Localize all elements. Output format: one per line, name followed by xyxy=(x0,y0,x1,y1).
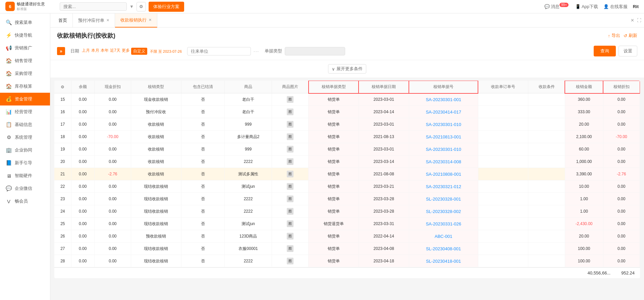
sidebar-item-quick-nav[interactable]: ⚡ 快捷导航 xyxy=(0,29,50,42)
cell-no: 16 xyxy=(54,106,71,118)
online-service-button[interactable]: 👤 在线客服 xyxy=(603,4,628,10)
sidebar-item-search-menu[interactable]: 🔍 搜索菜单 xyxy=(0,16,50,29)
cell-verify-bill-no[interactable]: SL-20230418-001 xyxy=(409,255,478,267)
cell-receipt-condition xyxy=(528,180,565,193)
cell-verify-type: 收款核销 xyxy=(131,168,181,180)
expand-more-button[interactable]: ∨ 展开更多条件 xyxy=(328,64,366,74)
filter-expand-button[interactable]: » xyxy=(57,47,65,55)
sidebar-item-basic[interactable]: 📋 基础信息 xyxy=(0,118,50,131)
sidebar-item-system[interactable]: ⚙ 系统管理 xyxy=(0,131,50,144)
query-button[interactable]: 查询 xyxy=(594,46,616,56)
col-verify-amount: 核销金额 xyxy=(565,81,603,93)
tab-receipt-exec-close[interactable]: ✕ xyxy=(149,18,152,22)
sidebar-item-corp[interactable]: 🏢 企业协同 xyxy=(0,144,50,157)
app-download-button[interactable]: 📱 App下载 xyxy=(575,4,598,10)
cell-verify-bill-no[interactable]: SA-20230321-012 xyxy=(409,180,478,193)
col-setting: ⚙ xyxy=(54,81,71,93)
cell-verify-bill-no[interactable]: SA-20230301-010 xyxy=(409,143,478,156)
tab-maximize-icon[interactable]: ⛶ xyxy=(637,18,641,23)
sidebar-item-sales[interactable]: 🏠 销售管理 xyxy=(0,54,50,67)
trial-button[interactable]: 体验行业方案 xyxy=(149,2,184,12)
sidebar-item-wechat[interactable]: 💬 企业微信 xyxy=(0,182,50,195)
cell-verify-bill-date: 2021-08-08 xyxy=(359,168,409,180)
cell-verify-bill-type: 销货单 xyxy=(309,180,359,193)
bill-type-select[interactable] xyxy=(285,47,345,55)
sidebar-item-marketing[interactable]: 📢 营销推广 xyxy=(0,42,50,54)
sidebar-item-purchase[interactable]: 🏠 采购管理 xyxy=(0,67,50,80)
dropdown-arrow-icon[interactable]: ▼ xyxy=(129,4,134,9)
cell-goods-img: 图 xyxy=(272,93,308,106)
cell-balance: 0.00 xyxy=(71,168,94,180)
cell-receipt-condition xyxy=(528,243,565,255)
tab-home[interactable]: 首页 xyxy=(53,13,73,28)
cell-verify-bill-no[interactable]: SL-20230328-001 xyxy=(409,193,478,205)
date-7days[interactable]: 近7天 xyxy=(110,48,120,55)
cell-receipt-condition xyxy=(528,156,565,168)
date-curr-year[interactable]: 本年 xyxy=(101,48,109,55)
table-row: 23 0.00 0.00 现结收款核销 否 2222 图 销货单 2023-03… xyxy=(54,193,640,205)
cell-verify-type: 预付冲应收 xyxy=(131,106,181,118)
date-prev-month[interactable]: 上月 xyxy=(82,48,90,55)
cell-include-settled: 否 xyxy=(181,118,225,131)
messages-button[interactable]: 💬 消息 99+ xyxy=(544,4,570,10)
settings-button[interactable]: 设置 xyxy=(619,46,637,56)
cell-verify-bill-type: 销货单 xyxy=(309,168,359,180)
filter-date-group: 日期 上月 本月 本年 近7天 更多 自定义 不限 至 2023-07-26 xyxy=(70,48,182,55)
sidebar-item-guide[interactable]: 📘 新手引导 xyxy=(0,157,50,169)
finance-icon: 💰 xyxy=(5,96,12,102)
cell-receipt-order-no xyxy=(478,106,528,118)
cell-verify-bill-no[interactable]: SA-20230301-010 xyxy=(409,118,478,131)
cell-receipt-order-no xyxy=(478,143,528,156)
sidebar-item-hardware[interactable]: 🖥 智能硬件 xyxy=(0,169,50,182)
cell-no: 28 xyxy=(54,255,71,267)
footer-verify-amount: 40,556,66... xyxy=(588,270,611,275)
cell-goods: 多计量商品2 xyxy=(225,131,272,143)
cell-verify-bill-date: 2022-04-14 xyxy=(359,230,409,243)
cell-verify-bill-no[interactable]: SL-20230328-002 xyxy=(409,205,478,218)
cell-verify-bill-no[interactable]: SA-20230331-026 xyxy=(409,218,478,230)
expand-more-chevron-icon: ∨ xyxy=(332,67,335,72)
sidebar-item-inventory[interactable]: 🏠 库存核算 xyxy=(0,80,50,93)
cell-verify-bill-no[interactable]: SA-20230414-017 xyxy=(409,106,478,118)
date-curr-month[interactable]: 本月 xyxy=(91,48,99,55)
cell-verify-bill-no[interactable]: SA-20210813-001 xyxy=(409,131,478,143)
cell-verify-bill-no[interactable]: SL-20230408-001 xyxy=(409,243,478,255)
cell-verify-type: 收款核销 xyxy=(131,156,181,168)
cell-verify-amount: 2,100.00 xyxy=(565,131,603,143)
cell-verify-bill-no[interactable]: SA-20230314-008 xyxy=(409,156,478,168)
sidebar-item-finance[interactable]: 💰 资金管理 xyxy=(0,93,50,105)
cell-verify-type: 现结收款核销 xyxy=(131,180,181,193)
search-menu-icon: 🔍 xyxy=(5,19,12,26)
col-verify-discount: 核销折扣 xyxy=(603,81,640,93)
tab-prepay[interactable]: 预付冲应付单 ✕ xyxy=(73,13,115,28)
cell-include-settled: 否 xyxy=(181,168,225,180)
search-area: ▼ ⚙ 体验行业方案 xyxy=(60,2,540,12)
marketing-icon: 📢 xyxy=(5,45,12,51)
date-custom[interactable]: 自定义 xyxy=(131,48,147,55)
cell-balance: 0.00 xyxy=(71,143,94,156)
cell-receipt-condition xyxy=(528,168,565,180)
partner-input[interactable] xyxy=(187,47,251,55)
date-more[interactable]: 更多 xyxy=(122,48,130,55)
table-row: 28 0.00 0.00 现结收款核销 否 2222 图 销货单 2023-04… xyxy=(54,255,640,267)
gear-button[interactable]: ⚙ xyxy=(137,2,146,11)
cell-goods: 2222 xyxy=(225,156,272,168)
tab-receipt-exec[interactable]: 收款核销执行 ✕ xyxy=(115,13,157,28)
export-button[interactable]: ↑ 导出 xyxy=(608,33,621,39)
cell-verify-bill-no[interactable]: SA-20230301-001 xyxy=(409,93,478,106)
cell-receipt-condition xyxy=(528,193,565,205)
cell-receipt-order-no xyxy=(478,180,528,193)
tab-close-all-icon[interactable]: ✕ xyxy=(631,18,634,23)
cell-cash-discount: 0.00 xyxy=(94,193,131,205)
refresh-button[interactable]: ↺ 刷新 xyxy=(624,33,637,39)
cell-verify-amount: 1.00 xyxy=(565,205,603,218)
cell-verify-bill-date: 2023-04-14 xyxy=(359,106,409,118)
cell-goods-img: 图 xyxy=(272,243,308,255)
sidebar-item-member[interactable]: V 畅会员 xyxy=(0,195,50,208)
search-input[interactable] xyxy=(60,2,127,11)
cell-verify-bill-no[interactable]: SA-20210808-001 xyxy=(409,168,478,180)
partner-dots[interactable]: ··· xyxy=(254,49,259,54)
tab-prepay-close[interactable]: ✕ xyxy=(106,18,109,23)
sidebar-item-business[interactable]: 📊 经营管理 xyxy=(0,105,50,118)
cell-verify-bill-no[interactable]: ABC-001 xyxy=(409,230,478,243)
